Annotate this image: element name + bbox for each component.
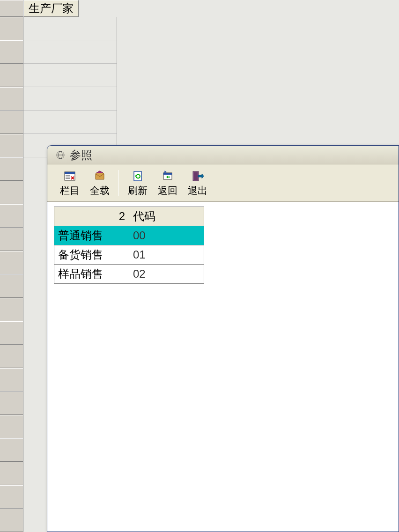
refresh-icon (131, 169, 145, 183)
dialog-title: 参照 (70, 148, 92, 163)
back-button[interactable]: 返回 (154, 167, 182, 199)
dialog-titlebar[interactable]: 参照 (47, 146, 399, 164)
cell-name: 样品销售 (54, 265, 129, 284)
loadall-icon (93, 169, 107, 183)
toolbar-separator (118, 170, 119, 196)
reference-dialog: 参照 栏目 (47, 145, 399, 532)
cell-name: 普通销售 (54, 226, 129, 245)
exit-label: 退出 (188, 184, 207, 197)
refresh-button[interactable]: 刷新 (124, 167, 152, 199)
background-row-headers (0, 0, 23, 532)
columns-icon (63, 169, 77, 183)
loadall-label: 全载 (90, 184, 110, 197)
exit-button[interactable]: 退出 (184, 167, 212, 199)
loadall-button[interactable]: 全载 (86, 167, 114, 199)
reference-table: 2 代码 普通销售 00 备货销售 01 样品销售 02 (54, 207, 204, 284)
table-header-row: 2 代码 (54, 207, 204, 226)
cell-code: 01 (129, 245, 204, 265)
cell-name: 备货销售 (54, 245, 129, 265)
background-cells (23, 17, 117, 157)
dialog-toolbar: 栏目 全载 刷新 (47, 164, 399, 202)
cell-code: 02 (129, 265, 204, 284)
back-label: 返回 (158, 184, 177, 197)
globe-icon (56, 150, 65, 160)
svg-rect-4 (65, 172, 75, 174)
header-code[interactable]: 代码 (129, 207, 204, 226)
dialog-content: 2 代码 普通销售 00 备货销售 01 样品销售 02 (47, 202, 399, 532)
background-column-header[interactable]: 生产厂家 (23, 0, 79, 17)
exit-icon (191, 169, 205, 183)
columns-button[interactable]: 栏目 (56, 167, 84, 199)
table-row[interactable]: 样品销售 02 (54, 265, 204, 284)
table-row[interactable]: 备货销售 01 (54, 245, 204, 265)
columns-label: 栏目 (60, 184, 80, 197)
header-count[interactable]: 2 (54, 207, 129, 226)
refresh-label: 刷新 (128, 184, 148, 197)
svg-rect-12 (194, 172, 198, 180)
svg-rect-10 (163, 173, 172, 175)
cell-code: 00 (129, 226, 204, 245)
table-row[interactable]: 普通销售 00 (54, 226, 204, 245)
back-icon (161, 169, 175, 183)
